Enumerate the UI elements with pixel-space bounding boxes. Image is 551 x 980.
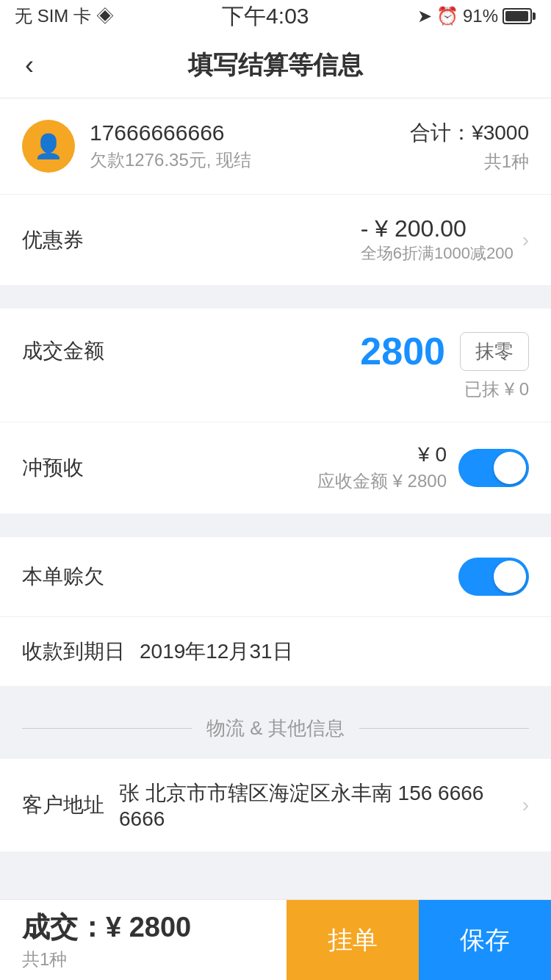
address-section[interactable]: 客户地址 张 北京市市辖区海淀区永丰南 156 6666 6666 › bbox=[0, 759, 551, 851]
content: 👤 17666666666 欠款1276.35元, 现结 合计：¥3000 共1… bbox=[0, 98, 551, 951]
address-chevron-right-icon: › bbox=[522, 793, 529, 817]
bottom-bar: 成交：¥ 2800 共1种 挂单 保存 bbox=[0, 899, 551, 980]
prepay-sub: 应收金额 ¥ 2800 bbox=[317, 469, 447, 493]
amount-label: 成交金额 bbox=[22, 337, 104, 365]
status-right: ➤ ⏰ 91% bbox=[417, 6, 536, 26]
sim-label: 无 SIM 卡 ◈ bbox=[15, 4, 114, 28]
bottom-info: 成交：¥ 2800 共1种 bbox=[0, 909, 287, 971]
alarm-icon: ⏰ bbox=[436, 6, 458, 26]
debit-toggle-knob bbox=[494, 561, 526, 593]
bottom-count: 共1种 bbox=[22, 948, 264, 971]
debit-section: 本单赊欠 bbox=[0, 537, 551, 616]
debit-toggle[interactable] bbox=[458, 558, 529, 596]
debit-label: 本单赊欠 bbox=[22, 563, 104, 591]
due-date-row: 收款到期日 2019年12月31日 bbox=[22, 638, 529, 666]
customer-info: 17666666666 欠款1276.35元, 现结 bbox=[90, 120, 251, 172]
page-title: 填写结算等信息 bbox=[188, 48, 363, 82]
avatar: 👤 bbox=[22, 120, 75, 173]
customer-count: 共1种 bbox=[410, 150, 529, 173]
customer-left: 👤 17666666666 欠款1276.35元, 现结 bbox=[22, 120, 251, 173]
address-card: 客户地址 张 北京市市辖区海淀区永丰南 156 6666 6666 › bbox=[0, 759, 551, 851]
location-icon: ➤ bbox=[417, 6, 432, 26]
battery-icon bbox=[503, 8, 536, 24]
customer-right: 合计：¥3000 共1种 bbox=[410, 119, 529, 173]
nav-bar: ‹ 填写结算等信息 bbox=[0, 32, 551, 98]
battery-percent: 91% bbox=[463, 6, 498, 26]
coupon-amount: - ¥ 200.00 bbox=[361, 215, 514, 242]
customer-phone: 17666666666 bbox=[90, 120, 251, 145]
save-button[interactable]: 保存 bbox=[419, 900, 551, 981]
prepay-toggle[interactable] bbox=[458, 449, 529, 487]
status-bar: 无 SIM 卡 ◈ 下午4:03 ➤ ⏰ 91% bbox=[0, 0, 551, 32]
round-button[interactable]: 抹零 bbox=[460, 332, 529, 371]
divider-line-right bbox=[359, 728, 529, 729]
logistics-divider: 物流 & 其他信息 bbox=[0, 698, 551, 759]
prepay-label: 冲预收 bbox=[22, 454, 84, 482]
due-date-value: 2019年12月31日 bbox=[140, 638, 293, 666]
separator-1 bbox=[0, 297, 551, 309]
address-label: 客户地址 bbox=[22, 791, 104, 819]
debit-card: 本单赊欠 收款到期日 2019年12月31日 bbox=[0, 537, 551, 686]
toggle-knob bbox=[494, 452, 526, 484]
customer-sub: 欠款1276.35元, 现结 bbox=[90, 148, 251, 172]
hold-button[interactable]: 挂单 bbox=[287, 900, 419, 981]
prepay-section: 冲预收 ¥ 0 应收金额 ¥ 2800 bbox=[0, 422, 551, 514]
bottom-deal-amount: ¥ 2800 bbox=[106, 912, 191, 943]
status-time: 下午4:03 bbox=[222, 1, 309, 32]
chevron-right-icon: › bbox=[522, 228, 529, 252]
due-date-section: 收款到期日 2019年12月31日 bbox=[0, 616, 551, 686]
prepay-right: ¥ 0 应收金额 ¥ 2800 bbox=[317, 443, 529, 493]
amount-card: 成交金额 2800 抹零 已抹 ¥ 0 冲预收 ¥ 0 应收金额 ¥ 2800 bbox=[0, 309, 551, 514]
customer-total: 合计：¥3000 bbox=[410, 119, 529, 147]
amount-value-wrap: 2800 抹零 bbox=[360, 329, 529, 373]
divider-line-left bbox=[22, 728, 192, 729]
coupon-desc: 全场6折满1000减200 bbox=[361, 242, 514, 264]
customer-row: 👤 17666666666 欠款1276.35元, 现结 合计：¥3000 共1… bbox=[0, 98, 551, 194]
logistics-label: 物流 & 其他信息 bbox=[206, 716, 345, 741]
customer-card: 👤 17666666666 欠款1276.35元, 现结 合计：¥3000 共1… bbox=[0, 98, 551, 285]
due-date-label: 收款到期日 bbox=[22, 638, 125, 666]
coupon-label: 优惠券 bbox=[22, 226, 84, 254]
prepay-value-wrap: ¥ 0 应收金额 ¥ 2800 bbox=[317, 443, 447, 493]
coupon-right: - ¥ 200.00 全场6折满1000减200 › bbox=[361, 215, 529, 264]
coupon-row[interactable]: 优惠券 - ¥ 200.00 全场6折满1000减200 › bbox=[0, 194, 551, 285]
prepay-value: ¥ 0 bbox=[317, 443, 447, 466]
prepay-row: 冲预收 ¥ 0 应收金额 ¥ 2800 bbox=[22, 443, 529, 493]
separator-2 bbox=[0, 525, 551, 537]
bottom-deal-label: 成交： bbox=[22, 912, 106, 943]
back-button[interactable]: ‹ bbox=[18, 43, 41, 88]
address-value: 张 北京市市辖区海淀区永丰南 156 6666 6666 bbox=[119, 779, 522, 831]
avatar-icon: 👤 bbox=[34, 132, 63, 160]
status-left: 无 SIM 卡 ◈ bbox=[15, 4, 114, 28]
bottom-deal: 成交：¥ 2800 bbox=[22, 909, 264, 946]
amount-sub: 已抹 ¥ 0 bbox=[22, 378, 529, 401]
amount-value: 2800 bbox=[360, 329, 445, 373]
amount-section: 成交金额 2800 抹零 已抹 ¥ 0 bbox=[0, 309, 551, 422]
amount-row: 成交金额 2800 抹零 bbox=[22, 329, 529, 373]
